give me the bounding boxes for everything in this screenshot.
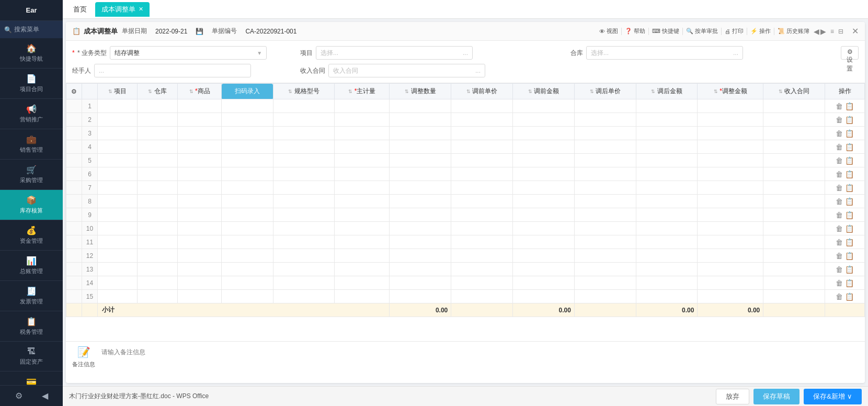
sidebar-item-purchase-mgmt[interactable]: 🛒 采购管理 — [0, 160, 63, 190]
cell-adj_qty-3[interactable] — [390, 127, 451, 140]
cell-unit-6[interactable] — [335, 167, 390, 181]
cell-project-1[interactable] — [98, 99, 138, 113]
cell-scan-13[interactable] — [222, 263, 273, 276]
cell-warehouse-15[interactable] — [138, 290, 177, 303]
cell-before_amt-7[interactable] — [513, 181, 575, 195]
cell-scan-12[interactable] — [222, 249, 273, 263]
cell-after_amt-2[interactable] — [636, 113, 698, 127]
cell-project-8[interactable] — [98, 195, 138, 208]
cell-before_amt-12[interactable] — [513, 249, 575, 263]
settings-button[interactable]: ⚙ 设置 — [841, 46, 859, 60]
cell-before_price-5[interactable] — [451, 154, 513, 167]
cell-after_price-15[interactable] — [574, 290, 636, 303]
cell-product-4[interactable] — [177, 140, 221, 154]
row-copy-2[interactable]: 📋 — [845, 116, 854, 124]
cell-adj_amt-9[interactable] — [698, 208, 763, 222]
cell-project-14[interactable] — [98, 276, 138, 290]
nav-prev[interactable]: ◀ — [814, 27, 819, 36]
col-spec[interactable]: ⇅ 规格型号 — [273, 84, 335, 99]
cell-adj_qty-9[interactable] — [390, 208, 451, 222]
row-delete-2[interactable]: 🗑 — [836, 116, 843, 124]
cell-warehouse-12[interactable] — [138, 249, 177, 263]
row-copy-14[interactable]: 📋 — [845, 279, 854, 287]
cell-product-5[interactable] — [177, 154, 221, 167]
cell-before_amt-11[interactable] — [513, 235, 575, 249]
cell-spec-13[interactable] — [273, 263, 335, 276]
cell-product-14[interactable] — [177, 276, 221, 290]
cell-before_price-12[interactable] — [451, 249, 513, 263]
cell-unit-12[interactable] — [335, 249, 390, 263]
row-copy-13[interactable]: 📋 — [845, 265, 854, 274]
cell-adj_qty-11[interactable] — [390, 235, 451, 249]
cell-after_amt-11[interactable] — [636, 235, 698, 249]
cell-product-12[interactable] — [177, 249, 221, 263]
row-delete-3[interactable]: 🗑 — [836, 129, 843, 138]
cell-warehouse-14[interactable] — [138, 276, 177, 290]
cell-product-15[interactable] — [177, 290, 221, 303]
cell-product-9[interactable] — [177, 208, 221, 222]
cell-income_contract-9[interactable] — [763, 208, 825, 222]
cell-after_amt-4[interactable] — [636, 140, 698, 154]
cell-adj_amt-2[interactable] — [698, 113, 763, 127]
biz-type-input[interactable]: 结存调整 ▼ — [110, 46, 267, 60]
cell-after_price-4[interactable] — [574, 140, 636, 154]
cell-before_amt-5[interactable] — [513, 154, 575, 167]
cell-before_price-7[interactable] — [451, 181, 513, 195]
cell-adj_amt-7[interactable] — [698, 181, 763, 195]
cell-project-2[interactable] — [98, 113, 138, 127]
sidebar-item-sales-promo[interactable]: 📢 营销推广 — [0, 99, 63, 129]
row-delete-7[interactable]: 🗑 — [836, 184, 843, 192]
cell-scan-10[interactable] — [222, 222, 273, 235]
cell-scan-5[interactable] — [222, 154, 273, 167]
cell-adj_amt-5[interactable] — [698, 154, 763, 167]
project-input[interactable]: 选择... ... — [316, 46, 473, 60]
cell-project-7[interactable] — [98, 181, 138, 195]
cell-spec-2[interactable] — [273, 113, 335, 127]
cell-income_contract-10[interactable] — [763, 222, 825, 235]
cell-adj_amt-12[interactable] — [698, 249, 763, 263]
col-before-price[interactable]: ⇅ 调前单价 — [451, 84, 513, 99]
tab-close-cost-adjust[interactable]: ✕ — [139, 6, 143, 13]
cell-scan-2[interactable] — [222, 113, 273, 127]
cell-adj_qty-5[interactable] — [390, 154, 451, 167]
cell-adj_qty-1[interactable] — [390, 99, 451, 113]
cell-income_contract-15[interactable] — [763, 290, 825, 303]
cell-spec-3[interactable] — [273, 127, 335, 140]
row-copy-4[interactable]: 📋 — [845, 143, 854, 151]
save-new-button[interactable]: 保存&新增 ∨ — [804, 389, 862, 404]
row-copy-12[interactable]: 📋 — [845, 252, 854, 260]
cell-after_price-6[interactable] — [574, 167, 636, 181]
cell-after_amt-8[interactable] — [636, 195, 698, 208]
cell-adj_amt-14[interactable] — [698, 276, 763, 290]
cell-product-3[interactable] — [177, 127, 221, 140]
col-after-price[interactable]: ⇅ 调后单价 — [574, 84, 636, 99]
nav-next[interactable]: ▶ — [820, 27, 826, 36]
row-delete-12[interactable]: 🗑 — [836, 252, 843, 260]
cell-adj_qty-8[interactable] — [390, 195, 451, 208]
cell-after_price-7[interactable] — [574, 181, 636, 195]
cell-income_contract-8[interactable] — [763, 195, 825, 208]
cell-warehouse-3[interactable] — [138, 127, 177, 140]
footer-taskbar[interactable]: 木门行业好业财处理方案-墨红红.doc - WPS Office — [69, 392, 209, 401]
view-list-icon[interactable]: ≡ — [830, 28, 834, 35]
cell-adj_qty-2[interactable] — [390, 113, 451, 127]
col-product[interactable]: ⇅ *商品 — [177, 84, 221, 99]
cell-adj_qty-6[interactable] — [390, 167, 451, 181]
cell-product-13[interactable] — [177, 263, 221, 276]
row-delete-1[interactable]: 🗑 — [836, 102, 843, 110]
cell-adj_qty-15[interactable] — [390, 290, 451, 303]
cell-unit-1[interactable] — [335, 99, 390, 113]
cell-scan-11[interactable] — [222, 235, 273, 249]
row-copy-3[interactable]: 📋 — [845, 129, 854, 138]
row-copy-11[interactable]: 📋 — [845, 238, 854, 246]
cell-scan-8[interactable] — [222, 195, 273, 208]
cell-adj_qty-13[interactable] — [390, 263, 451, 276]
cell-income_contract-5[interactable] — [763, 154, 825, 167]
cell-before_price-3[interactable] — [451, 127, 513, 140]
row-delete-5[interactable]: 🗑 — [836, 156, 843, 165]
save-draft-button[interactable]: 保存草稿 — [753, 389, 800, 404]
view-grid-icon[interactable]: ⊟ — [838, 28, 843, 35]
cell-project-4[interactable] — [98, 140, 138, 154]
cell-income_contract-13[interactable] — [763, 263, 825, 276]
cell-project-15[interactable] — [98, 290, 138, 303]
